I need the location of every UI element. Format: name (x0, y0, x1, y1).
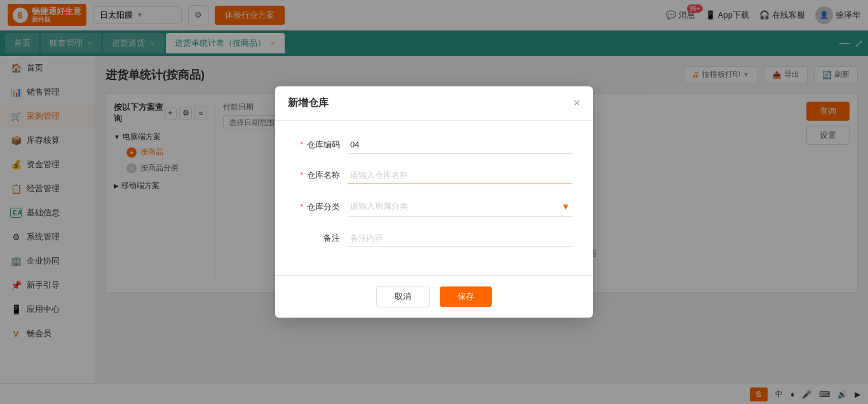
required-mark-code: * (300, 140, 303, 149)
form-row-name: * 仓库名称 (295, 166, 573, 184)
form-row-remark: 备注 (295, 229, 573, 247)
cancel-button[interactable]: 取消 (376, 286, 430, 307)
required-mark-category: * (300, 202, 303, 212)
modal-footer: 取消 保存 (275, 275, 593, 318)
warehouse-category-select[interactable]: 请输入所属分类 ▼ (348, 197, 573, 217)
warehouse-code-input[interactable] (348, 136, 573, 154)
warehouse-remark-input[interactable] (348, 229, 573, 247)
label-remark-text: 备注 (323, 233, 340, 243)
label-name-text: 仓库名称 (307, 170, 340, 180)
warehouse-name-input[interactable] (348, 166, 573, 184)
form-row-code: * 仓库编码 (295, 136, 573, 154)
form-label-name: * 仓库名称 (295, 170, 340, 181)
modal-title: 新增仓库 (288, 97, 329, 110)
modal-header: 新增仓库 × (275, 86, 593, 121)
modal-add-warehouse: 新增仓库 × * 仓库编码 * 仓库名称 (275, 86, 593, 318)
form-label-remark: 备注 (295, 232, 340, 244)
form-label-category: * 仓库分类 (295, 201, 340, 213)
form-row-category: * 仓库分类 请输入所属分类 ▼ (295, 197, 573, 217)
required-mark-name: * (300, 170, 303, 180)
modal-body: * 仓库编码 * 仓库名称 * 仓库分类 请输入所属 (275, 121, 593, 275)
label-code-text: 仓库编码 (307, 140, 340, 149)
save-button[interactable]: 保存 (440, 286, 492, 307)
category-dropdown-arrow: ▼ (561, 201, 570, 212)
form-label-code: * 仓库编码 (295, 139, 340, 151)
category-placeholder: 请输入所属分类 (350, 201, 408, 212)
label-category-text: 仓库分类 (307, 202, 340, 212)
modal-overlay[interactable]: 新增仓库 × * 仓库编码 * 仓库名称 (0, 0, 868, 404)
modal-close-button[interactable]: × (573, 97, 580, 110)
